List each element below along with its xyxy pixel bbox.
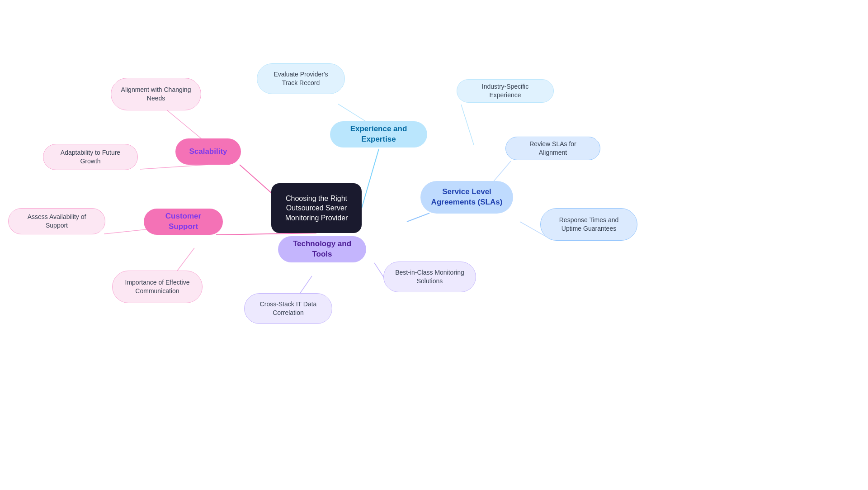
- sla-node: Service Level Agreements (SLAs): [420, 181, 513, 214]
- alignment-node: Alignment with Changing Needs: [111, 78, 201, 110]
- mindmap-container: Choosing the Right Outsourced Server Mon…: [0, 0, 868, 490]
- svg-line-8: [461, 105, 474, 145]
- review-sla-node: Review SLAs for Alignment: [505, 137, 600, 160]
- cross-stack-node: Cross-Stack IT Data Correlation: [244, 293, 332, 324]
- customer-support-node: Customer Support: [144, 209, 223, 235]
- experience-node: Experience and Expertise: [330, 121, 427, 147]
- center-node: Choosing the Right Outsourced Server Mon…: [271, 183, 362, 233]
- adaptability-node: Adaptability to Future Growth: [43, 144, 138, 170]
- response-times-node: Response Times and Uptime Guarantees: [540, 208, 637, 241]
- technology-tools-node: Technology and Tools: [278, 236, 366, 262]
- importance-communication-node: Importance of Effective Communication: [112, 271, 203, 303]
- industry-experience-node: Industry-Specific Experience: [457, 79, 554, 103]
- assess-availability-node: Assess Availability of Support: [8, 208, 105, 234]
- svg-line-3: [216, 233, 316, 235]
- svg-line-2: [140, 165, 208, 169]
- best-class-node: Best-in-Class Monitoring Solutions: [383, 262, 476, 292]
- connections-svg: [0, 0, 868, 490]
- scalability-node: Scalability: [175, 138, 241, 165]
- svg-line-9: [407, 213, 429, 222]
- svg-line-6: [362, 149, 379, 208]
- track-record-node: Evaluate Provider's Track Record: [257, 63, 345, 94]
